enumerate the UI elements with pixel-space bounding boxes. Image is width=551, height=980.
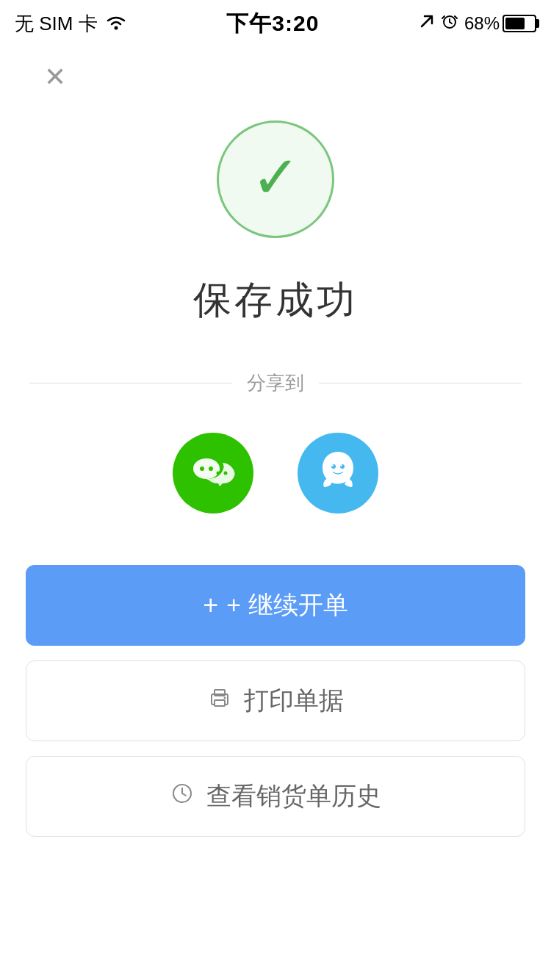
share-divider: 分享到 <box>29 370 522 396</box>
svg-point-6 <box>224 472 228 475</box>
close-button[interactable]: ✕ <box>37 59 73 96</box>
share-label: 分享到 <box>232 370 319 396</box>
svg-point-2 <box>193 458 220 479</box>
history-button[interactable]: 查看销货单历史 <box>26 756 525 837</box>
battery-indicator: 68% <box>464 13 536 34</box>
success-title: 保存成功 <box>193 275 358 326</box>
checkmark-icon: ✓ <box>251 148 300 207</box>
plus-icon: + <box>203 590 218 621</box>
status-time: 下午3:20 <box>226 9 319 39</box>
battery-percent: 68% <box>464 13 500 34</box>
continue-label: + 继续开单 <box>226 588 347 622</box>
close-icon: ✕ <box>44 64 66 90</box>
print-label: 打印单据 <box>244 684 344 718</box>
svg-point-5 <box>217 472 220 475</box>
action-buttons: + + 继续开单 打印单据 查看销货单历 <box>26 565 525 837</box>
battery-icon <box>503 15 536 32</box>
no-sim-text: 无 SIM 卡 <box>15 11 98 37</box>
print-icon <box>207 685 232 716</box>
main-content: ✓ 保存成功 分享到 <box>0 47 551 837</box>
status-right: 68% <box>419 12 536 35</box>
svg-point-15 <box>224 697 226 699</box>
svg-rect-14 <box>215 700 225 706</box>
svg-point-10 <box>331 464 333 466</box>
wechat-share-button[interactable] <box>173 433 253 514</box>
alarm-icon <box>441 12 458 35</box>
status-bar: 无 SIM 卡 下午3:20 68% <box>0 0 551 47</box>
svg-point-11 <box>340 464 342 466</box>
location-icon <box>419 13 435 34</box>
share-icons <box>29 433 522 514</box>
status-left: 无 SIM 卡 <box>15 11 127 37</box>
wifi-icon <box>105 12 127 35</box>
svg-point-3 <box>200 466 204 471</box>
continue-button[interactable]: + + 继续开单 <box>26 565 525 646</box>
print-button[interactable]: 打印单据 <box>26 660 525 741</box>
svg-point-7 <box>326 455 350 481</box>
qq-share-button[interactable] <box>298 433 378 514</box>
share-section: 分享到 <box>0 370 551 514</box>
svg-point-0 <box>114 26 118 29</box>
svg-point-4 <box>209 466 213 471</box>
success-circle: ✓ <box>217 120 334 238</box>
history-icon <box>170 781 195 812</box>
history-label: 查看销货单历史 <box>206 779 381 813</box>
